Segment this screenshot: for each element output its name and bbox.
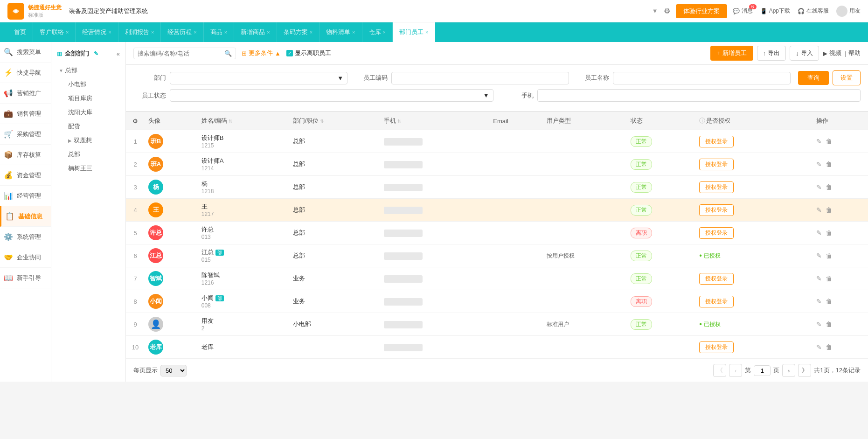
last-page-btn[interactable]: 》 (798, 364, 811, 377)
delete-icon[interactable]: 🗑 (826, 275, 832, 282)
user-menu-button[interactable]: 用友 (836, 6, 861, 17)
sidebar-item-search[interactable]: 🔍 搜索菜单 (0, 42, 51, 63)
dept-item-shuanglu[interactable]: ▶ 双鹿想 (51, 133, 125, 147)
edit-dept-icon[interactable]: ✎ (94, 50, 98, 57)
add-employee-button[interactable]: + 新增员工 (710, 46, 753, 61)
tab-close-icon[interactable]: × (352, 29, 355, 35)
import-button[interactable]: ↓ 导入 (790, 46, 819, 61)
tab-close-icon[interactable]: × (383, 29, 386, 35)
tab-close-icon[interactable]: × (194, 29, 196, 35)
col-name[interactable]: 姓名/编码 (198, 112, 289, 130)
sidebar-item-inventory[interactable]: 📦 库存核算 (0, 145, 51, 165)
edit-icon[interactable]: ✎ (816, 275, 822, 282)
tab-bom[interactable]: 物料清单 × (319, 22, 362, 42)
sidebar-item-collab[interactable]: 🤝 企业协同 (0, 247, 51, 268)
page-size-select[interactable]: 50 20 100 (160, 365, 187, 376)
auth-login-btn[interactable]: 授权登录 (699, 273, 734, 285)
auth-login-btn[interactable]: 授权登录 (699, 204, 734, 216)
prev-page-btn[interactable]: ‹ (729, 364, 742, 377)
emp-status-select[interactable]: ▼ (170, 89, 493, 102)
edit-icon[interactable]: ✎ (816, 343, 822, 351)
sidebar-item-system[interactable]: ⚙️ 系统管理 (0, 227, 51, 247)
edit-icon[interactable]: ✎ (816, 252, 822, 259)
edit-icon[interactable]: ✎ (816, 206, 822, 214)
edit-icon[interactable]: ✎ (816, 298, 822, 305)
tab-profit[interactable]: 利润报告 × (118, 22, 161, 42)
dept-item-peihu[interactable]: 配货 (51, 119, 125, 133)
trial-button[interactable]: 体验行业方案 (676, 4, 727, 18)
edit-icon[interactable]: ✎ (816, 321, 822, 328)
tab-close-icon[interactable]: × (310, 29, 312, 35)
search-icon[interactable]: 🔍 (224, 50, 232, 57)
info-icon[interactable]: ⓘ (699, 117, 705, 124)
tab-history[interactable]: 经营历程 × (161, 22, 203, 42)
col-phone[interactable]: 手机 (380, 112, 489, 130)
collapse-tree-btn[interactable]: « (117, 50, 120, 57)
edit-icon[interactable]: ✎ (816, 229, 822, 237)
auth-login-btn[interactable]: 授权登录 (699, 159, 734, 170)
sidebar-item-guide[interactable]: 📖 新手引导 (0, 268, 51, 288)
app-download-button[interactable]: 📱 App下载 (760, 7, 790, 15)
tab-dept-staff[interactable]: 部门员工 × (393, 22, 435, 42)
edit-icon[interactable]: ✎ (816, 160, 822, 168)
page-input[interactable] (754, 365, 771, 376)
tab-warehouse[interactable]: 仓库 × (362, 22, 393, 42)
emp-code-input[interactable] (391, 72, 569, 84)
dept-item-hq[interactable]: 总部 (51, 147, 125, 161)
search-input[interactable] (138, 50, 222, 57)
first-page-btn[interactable]: 《 (713, 364, 726, 377)
dropdown-arrow[interactable]: ▼ (652, 7, 658, 14)
delete-icon[interactable]: 🗑 (826, 183, 832, 191)
delete-icon[interactable]: 🗑 (826, 252, 832, 259)
sidebar-item-basic[interactable]: 📋 基础信息 (0, 206, 51, 227)
tab-close-icon[interactable]: × (425, 29, 428, 35)
dept-item-nanmu[interactable]: 楠树王三 (51, 161, 125, 175)
tab-close-icon[interactable]: × (267, 29, 270, 35)
video-button[interactable]: ▶ 视频 (823, 46, 841, 61)
tab-add-goods[interactable]: 新增商品 × (234, 22, 277, 42)
tab-close-icon[interactable]: × (66, 29, 69, 35)
sidebar-item-shortcut[interactable]: ⚡ 快捷导航 (0, 63, 51, 83)
set-button[interactable]: 设置 (833, 70, 861, 85)
edit-icon[interactable]: ✎ (816, 183, 822, 191)
delete-icon[interactable]: 🗑 (826, 343, 832, 351)
sidebar-item-ops[interactable]: 📊 经营管理 (0, 186, 51, 206)
auth-login-btn[interactable]: 授权登录 (699, 296, 734, 307)
help-button[interactable]: | 帮助 (845, 46, 861, 61)
gear-button[interactable]: ⚙ (664, 7, 670, 15)
dept-item-headquarters-parent[interactable]: ▼ 总部 (51, 63, 125, 77)
emp-name-input[interactable] (613, 72, 791, 84)
auth-login-btn[interactable]: 授权登录 (699, 181, 734, 193)
tab-close-icon[interactable]: × (224, 29, 227, 35)
tab-close-icon[interactable]: × (151, 29, 154, 35)
export-button[interactable]: ↑ 导出 (757, 46, 786, 61)
auth-login-btn[interactable]: 授权登录 (699, 136, 734, 147)
tab-home[interactable]: 首页 (7, 22, 33, 42)
phone-input[interactable] (537, 89, 861, 102)
delete-icon[interactable]: 🗑 (826, 229, 832, 237)
sidebar-item-marketing[interactable]: 📢 营销推广 (0, 83, 51, 104)
delete-icon[interactable]: 🗑 (826, 138, 832, 145)
tab-goods[interactable]: 商品 × (204, 22, 234, 42)
dept-select[interactable]: ▼ (170, 72, 347, 84)
col-dept[interactable]: 部门/职位 (289, 112, 381, 130)
delete-icon[interactable]: 🗑 (826, 206, 832, 214)
delete-icon[interactable]: 🗑 (826, 321, 832, 328)
auth-login-btn[interactable]: 授权登录 (699, 341, 734, 353)
tab-customer[interactable]: 客户联络 × (33, 22, 76, 42)
col-settings[interactable]: ⚙ (126, 112, 145, 130)
sidebar-item-sales[interactable]: 💼 销售管理 (0, 104, 51, 124)
message-button[interactable]: 💬 消息 6 (733, 7, 753, 15)
more-filter-btn[interactable]: ⊞ 更多条件 ▲ (242, 49, 281, 57)
sidebar-item-finance[interactable]: 💰 资金管理 (0, 165, 51, 186)
delete-icon[interactable]: 🗑 (826, 160, 832, 168)
dept-item-shenyang[interactable]: 沈阳大库 (51, 105, 125, 119)
online-service-button[interactable]: 🎧 在线客服 (798, 7, 829, 15)
next-page-btn[interactable]: › (782, 364, 795, 377)
delete-icon[interactable]: 🗑 (826, 298, 832, 305)
tab-barcode[interactable]: 条码方案 × (277, 22, 319, 42)
show-resigned-toggle[interactable]: ✓ 显示离职员工 (286, 49, 331, 57)
tab-close-icon[interactable]: × (108, 29, 111, 35)
sidebar-item-purchase[interactable]: 🛒 采购管理 (0, 124, 51, 145)
dept-item-project-store[interactable]: 项目库房 (51, 91, 125, 105)
